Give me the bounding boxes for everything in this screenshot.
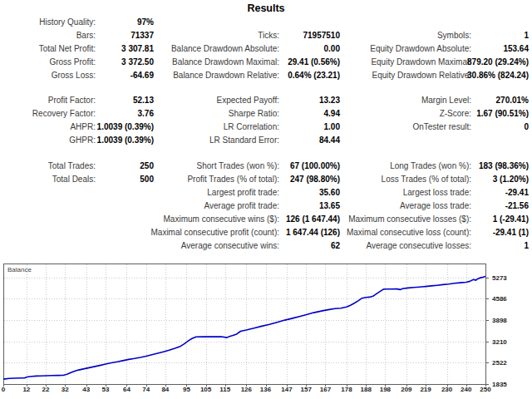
- result-row: GHPR:1.0039 (0.39%)LR Standard Error:84.…: [0, 134, 532, 147]
- result-value: 1 (-29.41): [493, 214, 529, 225]
- result-value: 84.44: [319, 135, 340, 146]
- y-axis-tick: 3210: [492, 338, 507, 346]
- result-label: Maximal consecutive loss (count):: [347, 227, 471, 239]
- x-axis-tick: 12: [22, 386, 30, 393]
- plot-frame: [4, 264, 486, 385]
- result-label: Gross Loss:: [52, 70, 96, 81]
- result-label: Margin Level:: [421, 95, 471, 106]
- x-axis-tick: 115: [219, 386, 230, 393]
- result-label: Profit Trades (% of total):: [187, 174, 279, 185]
- series-label: Balance: [7, 266, 32, 273]
- result-value: 1.00: [324, 121, 340, 133]
- x-axis-tick: 250: [480, 386, 490, 393]
- result-value: 183 (98.36%): [479, 160, 529, 172]
- x-axis-tick: 22: [42, 386, 50, 393]
- result-label: OnTester result:: [412, 121, 471, 133]
- result-row: Total Trades:250Short Trades (won %):67 …: [0, 160, 532, 173]
- x-axis-tick: 157: [301, 386, 312, 393]
- result-value: 1 647.44 (126): [286, 227, 340, 239]
- result-label: Average loss trade:: [400, 200, 471, 212]
- result-row: Total Net Profit:3 307.81Balance Drawdow…: [0, 42, 532, 56]
- result-value: 71957510: [303, 30, 341, 42]
- x-axis-tick: 209: [401, 386, 411, 393]
- result-label: Sharpe Ratio:: [229, 108, 279, 120]
- result-label: Average consecutive losses:: [366, 240, 471, 252]
- x-axis-tick: 178: [341, 386, 352, 393]
- results-section-3: Total Trades:250Short Trades (won %):67 …: [0, 160, 532, 253]
- result-value: 1: [524, 240, 529, 252]
- results-table: History Quality:97%Bars:71337Ticks:71957…: [0, 16, 532, 253]
- result-label: Total Trades:: [48, 160, 96, 172]
- result-value: 3 (1.20%): [493, 174, 529, 185]
- result-label: Ticks:: [258, 30, 279, 42]
- result-value: 35.60: [319, 187, 340, 199]
- x-axis-tick: 147: [281, 386, 292, 393]
- result-value: 62: [331, 240, 340, 252]
- result-row: Gross Loss:-64.69Balance Drawdown Relati…: [0, 69, 532, 82]
- result-row: Largest profit trade:35.60Largest loss t…: [0, 186, 532, 200]
- result-value: 0.64% (23.21): [288, 70, 340, 81]
- result-label: History Quality:: [39, 17, 96, 28]
- result-row: Average consecutive wins:62Average conse…: [0, 239, 532, 253]
- x-axis-tick: 64: [123, 386, 131, 393]
- balance-plot: [3, 264, 490, 388]
- result-label: Balance Drawdown Relative:: [173, 70, 279, 81]
- result-row: Gross Profit:3 372.50Balance Drawdown Ma…: [0, 56, 532, 69]
- y-axis-tick: 1835: [492, 381, 507, 388]
- x-axis-tick: 230: [441, 386, 452, 393]
- result-value: 52.13: [133, 95, 154, 106]
- result-label: Gross Profit:: [49, 57, 96, 68]
- result-row: Recovery Factor:3.76Sharpe Ratio:4.94Z-S…: [0, 107, 532, 121]
- x-axis-tick: 219: [420, 386, 431, 393]
- result-label: Equity Drawdown Maximal:: [371, 57, 471, 68]
- result-value: 0: [524, 121, 529, 133]
- results-section-1: History Quality:97%Bars:71337Ticks:71957…: [0, 16, 532, 82]
- result-value: 1.0039 (0.39%): [97, 121, 154, 133]
- result-label: Largest loss trade:: [403, 187, 471, 199]
- result-label: GHPR:: [69, 135, 96, 146]
- result-label: Loss Trades (% of total):: [382, 174, 471, 185]
- result-value: 30.86% (824.24): [467, 70, 529, 81]
- result-label: Largest profit trade:: [207, 187, 279, 199]
- result-row: Total Deals:500Profit Trades (% of total…: [0, 173, 532, 186]
- x-axis-tick: 198: [380, 386, 391, 393]
- result-value: 3 307.81: [121, 43, 154, 55]
- result-value: 3.76: [138, 108, 154, 120]
- y-axis-tick: 5273: [492, 274, 507, 282]
- result-label: Short Trades (won %):: [197, 160, 279, 172]
- result-value: 153.64: [503, 43, 529, 55]
- x-axis-tick: 53: [102, 386, 110, 393]
- result-label: Total Net Profit:: [39, 43, 96, 55]
- x-axis-tick: 0: [2, 386, 5, 393]
- result-row: Profit Factor:52.13Expected Payoff:13.23…: [0, 94, 532, 107]
- result-label: Symbols:: [437, 30, 471, 42]
- result-value: -21.56: [505, 200, 529, 212]
- result-value: -29.41: [505, 187, 529, 199]
- result-label: Bars:: [76, 30, 96, 42]
- x-axis-tick: 188: [360, 386, 371, 393]
- x-axis-tick: 126: [241, 386, 252, 393]
- results-report: { "title": "Results", "colors": { "line"…: [0, 0, 532, 399]
- x-axis-tick: 136: [260, 386, 271, 393]
- result-value: 1.67 (90.51%): [476, 108, 529, 120]
- x-axis-tick: 105: [200, 386, 211, 393]
- x-axis-tick: 84: [161, 386, 169, 393]
- result-value: 67 (100.00%): [290, 160, 340, 172]
- x-axis-tick: 240: [461, 386, 471, 393]
- result-value: 247 (98.80%): [290, 174, 340, 185]
- result-value: 29.41 (0.56%): [288, 57, 340, 68]
- result-value: -64.69: [131, 70, 154, 81]
- x-axis-tick: 167: [320, 386, 331, 393]
- result-row: Maximum consecutive wins ($):126 (1 647.…: [0, 213, 532, 226]
- result-label: Maximum consecutive losses ($):: [348, 214, 471, 225]
- result-label: Equity Drawdown Absolute:: [370, 43, 471, 55]
- result-label: Total Deals:: [52, 174, 96, 185]
- result-row: AHPR:1.0039 (0.39%)LR Correlation:1.00On…: [0, 121, 532, 134]
- result-value: -29.41 (1): [493, 227, 529, 239]
- result-label: Long Trades (won %):: [390, 160, 471, 172]
- result-value: 1: [524, 30, 529, 42]
- result-value: 126 (1 647.44): [286, 214, 340, 225]
- y-axis-tick: 2522: [492, 359, 507, 367]
- page-title: Results: [0, 2, 532, 14]
- balance-line: [3, 277, 485, 379]
